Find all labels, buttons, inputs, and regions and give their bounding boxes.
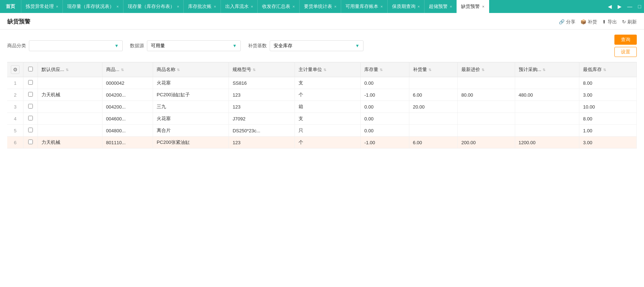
filter-datasource-arrow: ▼ (232, 43, 237, 48)
row-estimated-purchase: 1200.00 (515, 137, 579, 149)
table-row: 5 004800... 离合片 DS250*23c... 只 0.00 1.00 (7, 125, 637, 137)
sort-unit-icon: ⇅ (323, 68, 326, 72)
tab-batch-account[interactable]: 库存批次账 × (184, 0, 221, 13)
filter-replenish-base-label: 补货基数 (248, 43, 267, 49)
th-unit[interactable]: 主计量单位 ⇅ (295, 62, 361, 77)
share-button[interactable]: 🔗 分享 (559, 19, 575, 25)
th-checkbox[interactable] (23, 62, 38, 77)
th-spec[interactable]: 规格型号 ⇅ (229, 62, 295, 77)
close-tab-pick-exception[interactable]: × (56, 4, 58, 9)
row-min-stock: 8.00 (579, 113, 637, 125)
close-tab-available-book[interactable]: × (380, 4, 383, 9)
th-estimated-purchase[interactable]: 预计采购... ⇅ (515, 62, 579, 77)
row-estimated-purchase (515, 113, 579, 125)
close-tab-batch-account[interactable]: × (214, 4, 216, 9)
filter-replenish-base-select[interactable]: 安全库存 ▼ (270, 40, 364, 51)
close-tab-summary[interactable]: × (292, 4, 295, 9)
filter-replenish-base-group: 补货基数 安全库存 ▼ (248, 40, 364, 51)
row-replenish-qty: 20.00 (409, 101, 457, 113)
close-tab-current-stock-2[interactable]: × (177, 4, 179, 9)
row-min-stock: 8.00 (579, 77, 637, 89)
row-product-name: 离合片 (153, 125, 229, 137)
row-checkbox[interactable] (28, 80, 33, 85)
row-checkbox-cell[interactable] (23, 89, 38, 101)
close-tab-shortage-warning[interactable]: × (482, 4, 484, 9)
tab-expiry[interactable]: 保质期查询 × (388, 0, 425, 13)
settings-button[interactable]: 设置 (614, 47, 637, 57)
tab-minimize[interactable]: — (625, 0, 635, 13)
row-min-stock: 3.00 (579, 137, 637, 149)
th-latest-price[interactable]: 最新进价 ⇅ (457, 62, 515, 77)
row-default-supplier (38, 113, 103, 125)
tab-home[interactable]: 首页 (0, 0, 21, 13)
tab-overstock-warning[interactable]: 超储预警 × (425, 0, 457, 13)
close-tab-current-stock-1[interactable]: × (116, 4, 118, 9)
tab-available-book[interactable]: 可用量库存账本 × (341, 0, 387, 13)
row-spec: 123 (229, 101, 295, 113)
tab-flow[interactable]: 出入库流水 × (221, 0, 258, 13)
row-checkbox[interactable] (28, 116, 33, 120)
row-checkbox-cell[interactable] (23, 125, 38, 137)
tab-maximize[interactable]: □ (635, 0, 644, 13)
filter-actions: 查询 设置 (614, 35, 637, 57)
filter-datasource-group: 数据源 可用量 ▼ (130, 40, 241, 51)
row-checkbox-cell[interactable] (23, 137, 38, 149)
row-checkbox[interactable] (28, 104, 33, 109)
row-spec: 123 (229, 89, 295, 101)
th-product-code[interactable]: 商品... ⇅ (102, 62, 153, 77)
close-tab-demand-stats[interactable]: × (334, 4, 336, 9)
tab-summary[interactable]: 收发存汇总表 × (258, 0, 299, 13)
close-tab-flow[interactable]: × (251, 4, 253, 9)
filter-datasource-select[interactable]: 可用量 ▼ (147, 40, 241, 51)
row-product-code: 801110... (102, 137, 153, 149)
row-replenish-qty (409, 113, 457, 125)
table-wrapper: ⚙ 默认供应... ⇅ 商品... ⇅ (0, 62, 644, 149)
row-spec: DS250*23c... (229, 125, 295, 137)
row-unit: 支 (295, 77, 361, 89)
export-button[interactable]: ⬆ 导出 (602, 19, 617, 25)
th-replenish-qty[interactable]: 补货量 ⇅ (409, 62, 457, 77)
tab-current-stock-1[interactable]: 现存量（库存状况表） × (63, 0, 123, 13)
row-checkbox-cell[interactable] (23, 101, 38, 113)
row-min-stock: 3.00 (579, 89, 637, 101)
query-button[interactable]: 查询 (614, 35, 637, 45)
table-row: 4 004600... 火花塞 J7092 支 0.00 8.00 (7, 113, 637, 125)
tab-nav-right[interactable]: ▶ (615, 0, 625, 13)
header-actions: 🔗 分享 📦 补货 ⬆ 导出 ↻ 刷新 (559, 19, 637, 25)
row-checkbox[interactable] (28, 92, 33, 97)
th-default-supplier[interactable]: 默认供应... ⇅ (38, 62, 103, 77)
tab-demand-stats[interactable]: 要货单统计表 × (300, 0, 341, 13)
row-product-name: PC200油缸缸子 (153, 89, 229, 101)
tab-pick-exception[interactable]: 拣货异常处理 × (21, 0, 63, 13)
close-tab-expiry[interactable]: × (418, 4, 420, 9)
row-checkbox[interactable] (28, 128, 33, 132)
refresh-button[interactable]: ↻ 刷新 (622, 19, 637, 25)
close-tab-overstock-warning[interactable]: × (450, 4, 452, 9)
row-checkbox-cell[interactable] (23, 113, 38, 125)
filter-datasource-label: 数据源 (130, 43, 144, 49)
row-unit: 箱 (295, 101, 361, 113)
row-checkbox[interactable] (28, 140, 33, 144)
table-row: 3 004200... 三九 123 箱 0.00 20.00 10.00 (7, 101, 637, 113)
replenish-button[interactable]: 📦 补货 (580, 19, 597, 25)
filter-replenish-base-value: 安全库存 (274, 43, 292, 49)
row-estimated-purchase: 480.00 (515, 89, 579, 101)
select-all-checkbox[interactable] (28, 67, 33, 71)
column-settings-gear[interactable]: ⚙ (11, 65, 19, 74)
th-stock[interactable]: 库存量 ⇅ (361, 62, 409, 77)
th-settings[interactable]: ⚙ (7, 62, 23, 77)
th-min-stock[interactable]: 最低库存 ⇅ (579, 62, 637, 77)
tab-nav-left[interactable]: ◀ (605, 0, 615, 13)
row-spec: J7092 (229, 113, 295, 125)
row-checkbox-cell[interactable] (23, 77, 38, 89)
th-product-name[interactable]: 商品名称 ⇅ (153, 62, 229, 77)
row-index: 3 (7, 101, 23, 113)
replenish-icon: 📦 (580, 19, 586, 25)
row-index: 1 (7, 77, 23, 89)
tab-shortage-warning[interactable]: 缺货预警 × (457, 0, 489, 13)
sort-replenish-qty-icon: ⇅ (428, 68, 431, 72)
row-unit: 个 (295, 137, 361, 149)
filter-category-select[interactable]: ▼ (29, 40, 123, 51)
row-product-name: 三九 (153, 101, 229, 113)
tab-current-stock-2[interactable]: 现存量（库存分布表） × (123, 0, 184, 13)
